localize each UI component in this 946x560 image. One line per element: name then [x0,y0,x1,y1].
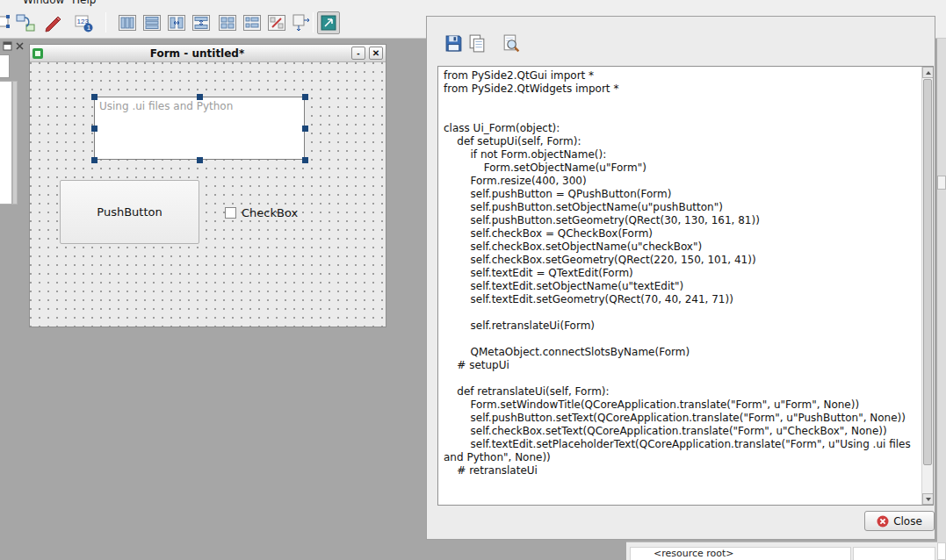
form-title: Form - untitled* [47,47,348,60]
widget-box-fragment [0,81,12,205]
resource-browser-dock: <resource root> [626,542,937,560]
preview-form-icon[interactable] [317,11,340,34]
scroll-up-icon[interactable] [922,67,934,78]
right-panel-fragment [937,542,946,560]
selection-handle[interactable] [302,126,308,132]
adjust-size-icon[interactable] [290,11,313,34]
form-titlebar[interactable]: Form - untitled* - ✕ [30,45,386,62]
find-icon[interactable] [499,32,523,55]
layout-form-icon[interactable] [241,11,264,34]
code-preview-dialog: from PySide2.QtGui import * from PySide2… [426,16,935,540]
form-canvas[interactable]: Using .ui files and Python PushButton Ch… [30,62,386,327]
close-red-icon [877,515,889,528]
code-view[interactable]: from PySide2.QtGui import * from PySide2… [437,66,934,506]
checkbox-label: CheckBox [242,206,298,219]
qt-designer-window: Window Help 1231 [0,0,946,560]
filter-input-fragment[interactable] [0,54,10,78]
selection-handle[interactable] [91,157,97,163]
left-scrollbar[interactable] [12,81,18,205]
dialog-close-button[interactable]: Close [864,511,935,531]
copy-icon[interactable] [466,32,489,55]
selection-handle[interactable] [302,157,308,163]
checkbox-widget[interactable]: CheckBox [225,205,298,220]
right-scrollbar-fragment[interactable] [937,176,946,190]
save-icon[interactable] [442,32,466,55]
form-designer-window: Form - untitled* - ✕ Using .ui files and… [29,44,386,327]
right-dock-fragment [937,39,946,560]
selection-handle[interactable] [91,94,97,100]
tab-order-icon[interactable]: 1231 [72,11,95,34]
selection-handle[interactable] [197,94,203,100]
svg-text:1: 1 [87,24,91,32]
scrollbar-thumb[interactable] [923,79,932,465]
menu-help[interactable]: Help [72,0,96,6]
dialog-close-label: Close [893,515,922,528]
buddy-edit-icon[interactable] [42,11,65,34]
selection-handle[interactable] [302,94,308,100]
minimize-button[interactable]: - [351,47,365,60]
layout-horizontal-icon[interactable] [116,11,139,34]
menubar: Window Help [0,0,946,8]
layout-grid-icon[interactable] [216,11,239,34]
resource-browser-cell [853,547,935,560]
layout-vertical-icon[interactable] [141,11,163,34]
textedit-placeholder: Using .ui files and Python [99,100,233,112]
pushbutton-widget[interactable]: PushButton [60,180,199,244]
layout-vertical-splitter-icon[interactable] [190,11,213,34]
form-icon [32,48,43,59]
scroll-down-icon[interactable] [922,493,934,505]
textedit-widget[interactable]: Using .ui files and Python [94,97,305,160]
break-layout-icon[interactable] [265,11,288,34]
signal-slot-edit-icon[interactable] [14,11,37,34]
code-text: from PySide2.QtGui import * from PySide2… [438,67,921,477]
selection-handle[interactable] [91,126,97,132]
toolbar-separator [313,12,314,32]
selection-handle[interactable] [197,157,203,163]
resource-root-item[interactable]: <resource root> [630,547,851,560]
close-button[interactable]: ✕ [369,47,383,60]
menu-window[interactable]: Window [23,0,64,6]
checkbox-indicator[interactable] [225,207,236,219]
code-scrollbar[interactable] [921,67,933,505]
dock-float-icon[interactable] [2,40,12,51]
widget-edit-icon[interactable] [0,11,14,34]
dock-close-icon[interactable] [14,40,25,51]
toolbar-separator [105,12,106,32]
layout-horizontal-splitter-icon[interactable] [165,11,188,34]
